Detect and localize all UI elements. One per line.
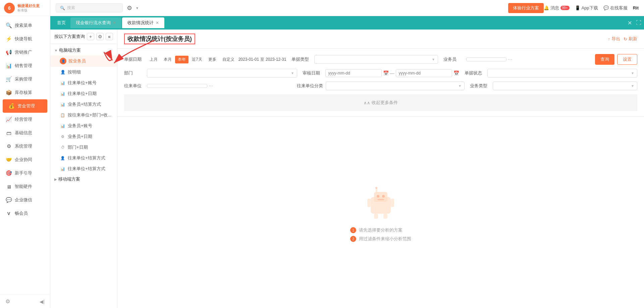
sidebar-item-operation[interactable]: 📈 经营管理 [0, 113, 50, 126]
tree-pc-arrow-icon: ▼ [54, 49, 58, 52]
tree-item-partner-account[interactable]: 📊 往来单位+账号 [50, 78, 117, 88]
tree-item-partner-date[interactable]: 📊 往来单位+日期 [50, 88, 117, 99]
tab-bank-close-icon[interactable]: ✕ [113, 20, 116, 25]
hardware-icon: 🖥 [5, 183, 12, 190]
sidebar-item-inventory[interactable]: 📦 库存核算 [0, 86, 50, 99]
sidebar-item-sales[interactable]: 📊 销售管理 [0, 59, 50, 72]
tree-item-by-salesperson[interactable]: 👤 按业务员 [50, 55, 117, 67]
sidebar-settings-icon[interactable]: ⚙ [5, 298, 10, 305]
biz-type-label: 业务类型 [470, 83, 490, 89]
partner-classify-select[interactable]: ▾ [326, 82, 464, 90]
collapse-up-icon: ∧∧ [364, 100, 370, 105]
sidebar-item-marketing[interactable]: 📢 营销推广 [0, 46, 50, 59]
date-tab-7days[interactable]: 近7天 [189, 56, 205, 63]
user-name[interactable]: Rit [633, 5, 639, 10]
tab-bank[interactable]: 现金银行流水查询 ✕ [70, 17, 121, 28]
dept-select[interactable]: ▾ [147, 69, 297, 78]
notification-item[interactable]: 🔔 消息 99+ [544, 5, 570, 11]
audit-start-cal-icon[interactable]: 📅 [383, 70, 389, 76]
tree-item-salesperson-date[interactable]: ⚙ 业务员+日期 [50, 131, 117, 142]
tree-item-dept-date[interactable]: ⏱ 部门+日期 [50, 142, 117, 153]
tab-fullscreen-icon[interactable]: ⛶ [636, 20, 641, 26]
sidebar-item-guide[interactable]: 🎯 新手引导 [0, 166, 50, 180]
scheme-actions: + ⚙ « [87, 33, 113, 40]
date-tab-this-year[interactable]: 本年 [175, 56, 189, 63]
sidebar-item-system[interactable]: ⚙ 系统管理 [0, 140, 50, 153]
biz-type-dropdown-icon: ▾ [632, 84, 634, 88]
refresh-button[interactable]: ↻ 刷新 [624, 36, 637, 42]
tree-item-by-detail[interactable]: 👤 按明细 [50, 67, 117, 78]
empty-robot-illustration [361, 180, 401, 220]
scheme-collapse-button[interactable]: « [106, 33, 113, 40]
salesperson-field: 业务员 ··· [443, 56, 590, 62]
basic-icon: 🗃 [5, 130, 12, 136]
empty-tip-2: 2 用过滤条件来缩小分析范围 [350, 236, 411, 242]
page-content: 按以下方案查询 + ⚙ « ▼ 电脑端方案 👤 按业务员 [50, 30, 644, 308]
tab-collection-close-icon[interactable]: ✕ [156, 20, 159, 25]
query-button[interactable]: 查询 [595, 54, 614, 65]
sidebar-item-search[interactable]: 🔍 搜索菜单 [0, 19, 50, 32]
doc-type-select[interactable]: ▾ [314, 55, 438, 64]
dept-label: 部门 [124, 70, 144, 76]
salesperson-settle-icon: 📊 [60, 101, 66, 107]
sidebar-collapse-icon[interactable]: ◀| [40, 299, 45, 304]
topbar-settings-icon[interactable]: ⚙ [127, 4, 132, 12]
tree-mobile-arrow-icon: ▶ [54, 177, 57, 181]
sidebar-item-purchase[interactable]: 🛒 采购管理 [0, 72, 50, 86]
online-service-item[interactable]: 💬 在线客服 [603, 5, 628, 11]
app-download-item[interactable]: 📱 App下载 [575, 5, 598, 11]
sidebar-item-collab[interactable]: 🤝 企业协同 [0, 153, 50, 166]
sidebar-item-hardware[interactable]: 🖥 智能硬件 [0, 180, 50, 193]
partner-select[interactable] [147, 84, 207, 88]
sidebar-item-finance[interactable]: 💰 资金管理 [3, 99, 47, 113]
search-row-1: 单据日期 上月 本月 本年 近7天 更多 自定义 2023- [124, 54, 637, 65]
date-tab-this-month[interactable]: 本月 [161, 56, 174, 63]
tree-item-salesperson-account[interactable]: 📊 业务员+账号 [50, 120, 117, 131]
svg-rect-7 [374, 214, 378, 219]
sidebar-item-quicknav[interactable]: ⚡ 快捷导航 [0, 32, 50, 46]
scheme-settings-button[interactable]: ⚙ [96, 33, 104, 40]
search-row-3: 往来单位 ··· 往来单位分类 ▾ [124, 82, 637, 90]
quicknav-icon: ⚡ [5, 36, 12, 42]
partner-account-icon: 📊 [60, 80, 66, 86]
right-content: 收款情况统计(按业务员) ↑ 导出 ↻ 刷新 [117, 30, 644, 308]
svg-rect-1 [374, 192, 387, 202]
app-icon: 📱 [575, 5, 580, 10]
tab-close-all-icon[interactable]: ✕ [628, 20, 632, 26]
tree-item-partner-settle[interactable]: 👤 往来单位+结算方式 [50, 153, 117, 163]
topbar-search-box[interactable]: 🔍 搜索 [56, 3, 123, 12]
partner-more-icon[interactable]: ··· [209, 83, 213, 89]
doc-status-select[interactable]: ▾ [487, 69, 638, 78]
doc-type-field: 单据类型 ▾ [291, 55, 438, 64]
vip-icon: V [5, 210, 12, 217]
salesperson-select[interactable] [466, 57, 506, 61]
tree-item-salesperson-settle[interactable]: 📊 业务员+结算方式 [50, 99, 117, 110]
date-tab-custom[interactable]: 自定义 [220, 56, 237, 63]
tab-home[interactable]: 首页 [53, 17, 70, 28]
date-range-display: 2023-01-01 至 2023-12-31 [238, 57, 286, 62]
sidebar-item-vip[interactable]: V 畅会员 [0, 207, 50, 220]
date-tab-last-month[interactable]: 上月 [147, 56, 160, 63]
salesperson-more-icon[interactable]: ··· [508, 56, 512, 62]
tree-group-mobile-header[interactable]: ▶ 移动端方案 [50, 174, 117, 184]
collapse-button[interactable]: ∧∧ 收起更多条件 [361, 97, 400, 108]
audit-end-cal-icon[interactable]: 📅 [453, 70, 459, 76]
trial-button[interactable]: 体验行业方案 [508, 3, 544, 13]
audit-start-input[interactable] [325, 69, 382, 77]
tree-item-partner-settle2[interactable]: 📊 往来单位+结算方式 [50, 163, 117, 174]
sidebar-item-basic[interactable]: 🗃 基础信息 [0, 126, 50, 140]
tab-collection[interactable]: 收款情况统计 ✕ [122, 17, 164, 28]
scheme-add-button[interactable]: + [87, 33, 94, 40]
date-tab-more[interactable]: 更多 [206, 56, 219, 63]
set-button[interactable]: 设置 [617, 54, 637, 65]
tree-group-pc-header[interactable]: ▼ 电脑端方案 [50, 45, 117, 55]
partner-classify-dropdown-icon: ▾ [459, 84, 461, 88]
topbar-chevron-icon[interactable]: ▾ [136, 6, 138, 10]
partner-settle-icon: 👤 [60, 155, 66, 161]
biz-type-select[interactable]: ▾ [493, 82, 637, 90]
tree-item-by-partner-dept[interactable]: 📋 按往来单位+部门+收... [50, 110, 117, 120]
export-button[interactable]: ↑ 导出 [608, 36, 621, 42]
audit-end-input[interactable] [396, 69, 452, 77]
doc-type-dropdown-icon: ▾ [432, 57, 434, 62]
sidebar-item-wechat[interactable]: 💬 企业微信 [0, 193, 50, 207]
